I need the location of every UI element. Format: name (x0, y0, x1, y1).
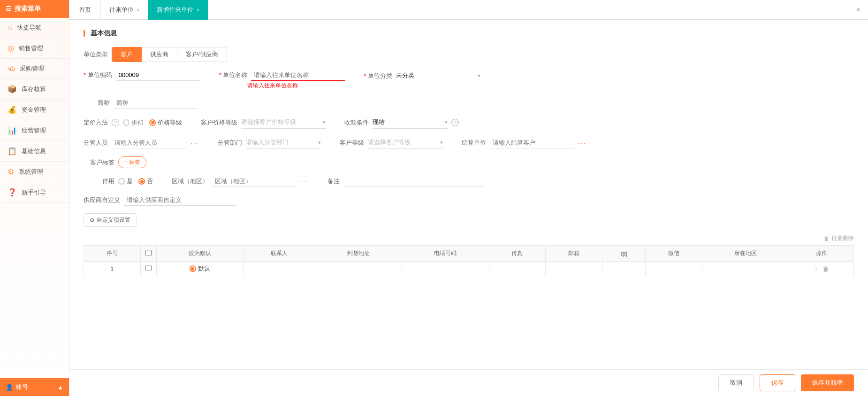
cell-phone (402, 262, 489, 276)
discount-radio[interactable] (123, 119, 129, 126)
custom-settings-button[interactable]: ⚙ 自定义项设置 (84, 213, 137, 227)
region-more-btn[interactable]: ··· (300, 178, 309, 185)
expand-icon: ▲ (57, 384, 63, 391)
batch-delete-label: 批量删除 (831, 234, 854, 242)
department-select[interactable]: 请输入分管部门 ▾ (246, 136, 321, 149)
chevron-down-icon: ▾ (445, 119, 448, 125)
unit-category-group: 单位分类 未分类 ▾ (364, 70, 480, 82)
col-fax: 传真 (489, 246, 546, 262)
yes-radio[interactable] (118, 178, 125, 185)
region-label: 区域（地区） (172, 177, 208, 186)
supplier-custom-group: 供应商自定义 (84, 194, 236, 206)
customer-price-level-select[interactable]: 请选择客户价格等级 ▾ (241, 116, 326, 129)
type-btn-supplier[interactable]: 供应商 (142, 47, 177, 62)
section-title-label: 基本信息 (91, 29, 117, 38)
unit-type-group: 单位类型 客户 供应商 客户/供应商 (84, 47, 227, 62)
default-radio-option[interactable]: 默认 (161, 264, 238, 273)
abbr-row: 简称 (84, 97, 854, 109)
sidebar-search[interactable]: ☰ 搜索菜单 (0, 0, 69, 18)
manager-input[interactable] (112, 137, 187, 148)
sidebar-label: 基础信息 (22, 147, 46, 155)
row-checkbox[interactable] (145, 265, 152, 271)
col-seq: 序号 (84, 246, 141, 262)
col-email: 邮箱 (546, 246, 602, 262)
sidebar-item-inventory[interactable]: 📦 库存核算 (0, 79, 69, 100)
unit-category-select[interactable]: 未分类 ▾ (396, 70, 480, 82)
unit-code-label: 单位编码 (84, 71, 112, 79)
payment-help-icon[interactable]: ? (451, 119, 459, 126)
close-all-tabs[interactable]: × (849, 6, 868, 14)
trash-icon: 🗑 (824, 235, 830, 242)
unit-name-input[interactable] (251, 70, 345, 81)
type-btn-both[interactable]: 客户/供应商 (177, 47, 227, 62)
save-new-button[interactable]: 保存并新增 (801, 374, 854, 391)
pricing-method-label: 定价方法 (84, 118, 108, 127)
tab-home[interactable]: 首页 (69, 0, 101, 20)
unit-code-group: 单位编码 (84, 70, 200, 81)
contact-table: 序号 设为默认 联系人 到货地址 电话号码 传真 邮箱 qq 微信 所在地区 操… (84, 245, 854, 276)
abbr-label: 简称 (98, 99, 110, 107)
region-input[interactable] (212, 176, 297, 187)
manager-more-btn[interactable]: ··· (190, 139, 199, 147)
default-radio[interactable] (190, 265, 196, 272)
sidebar-label: 经营管理 (22, 126, 46, 135)
sidebar-label: 新手引导 (22, 188, 46, 197)
sidebar-item-sales[interactable]: ◎ 销售管理 (0, 38, 69, 59)
delete-row-btn[interactable]: 🗑 (822, 265, 829, 272)
default-label: 默认 (198, 264, 210, 273)
sidebar-item-quick-nav[interactable]: ⌂ 快捷导航 (0, 18, 69, 38)
supplier-custom-input[interactable] (124, 194, 236, 206)
chevron-down-icon: ▾ (323, 119, 326, 125)
unit-name-label: 单位名称 (219, 71, 248, 79)
cell-wechat (646, 262, 702, 276)
disabled-yes-option[interactable]: 是 (118, 177, 133, 186)
pricing-discount-option[interactable]: 折扣 (123, 118, 144, 127)
sales-icon: ◎ (8, 44, 14, 53)
no-radio[interactable] (138, 178, 145, 185)
abbr-group: 简称 (84, 97, 198, 109)
cell-seq: 1 (84, 262, 141, 276)
sidebar-item-basic-info[interactable]: 📋 基础信息 (0, 141, 69, 162)
disabled-no-option[interactable]: 否 (138, 177, 153, 186)
select-all-checkbox[interactable] (145, 250, 152, 256)
settlement-more-btn[interactable]: ··· (578, 139, 586, 147)
type-btn-customer[interactable]: 客户 (112, 47, 142, 62)
remark-input[interactable] (343, 176, 484, 187)
sidebar-item-system[interactable]: ⚙ 系统管理 (0, 162, 69, 182)
abbr-input[interactable] (114, 97, 198, 109)
save-button[interactable]: 保存 (760, 374, 795, 391)
sidebar-item-operations[interactable]: 📊 经营管理 (0, 120, 69, 141)
pricing-help-icon[interactable]: ? (112, 119, 119, 126)
sidebar-item-finance[interactable]: 💰 资金管理 (0, 100, 69, 120)
col-contact: 联系人 (244, 246, 315, 262)
form-footer: 取消 保存 保存并新增 (69, 369, 868, 396)
pricing-level-option[interactable]: 价格等级 (149, 118, 182, 127)
operations-icon: 📊 (8, 126, 17, 135)
table-row: 1 默认 (84, 262, 854, 276)
batch-delete-button[interactable]: 🗑 批量删除 (824, 234, 854, 242)
col-address: 到货地址 (315, 246, 402, 262)
sidebar-item-guide[interactable]: ❓ 新手引导 (0, 182, 69, 203)
close-tab-new-transaction[interactable]: × (196, 7, 199, 13)
remark-label: 备注 (327, 177, 340, 186)
sidebar-label: 资金管理 (22, 106, 46, 114)
level-radio[interactable] (149, 119, 156, 126)
sidebar-item-purchase[interactable]: 🛍 采购管理 (0, 59, 69, 79)
cell-region (702, 262, 789, 276)
tab-new-transaction[interactable]: 新增往来单位 × (148, 0, 208, 20)
unit-name-error: 请输入往来单位名称 (247, 82, 298, 90)
settlement-input[interactable] (490, 137, 574, 148)
unit-info-row: 单位编码 单位名称 请输入往来单位名称 单位分类 未分类 ▾ (84, 70, 854, 90)
customer-level-select[interactable]: 请选择客户等级 ▾ (368, 136, 443, 149)
disabled-radio-group: 是 否 (118, 177, 153, 186)
tab-transactions[interactable]: 往来单位 × (101, 0, 148, 20)
disabled-row: 停用 是 否 区域（地区） ··· 备注 (84, 176, 854, 187)
add-row-btn[interactable]: + (815, 265, 818, 272)
payment-terms-select[interactable]: 现结 ▾ (373, 116, 448, 129)
cancel-button[interactable]: 取消 (718, 374, 754, 391)
unit-code-input[interactable] (116, 70, 200, 81)
sidebar-label: 库存核算 (22, 85, 46, 93)
unit-type-label: 单位类型 (84, 50, 108, 59)
close-tab-transactions[interactable]: × (137, 7, 139, 13)
add-tag-button[interactable]: + 标签 (118, 156, 146, 168)
